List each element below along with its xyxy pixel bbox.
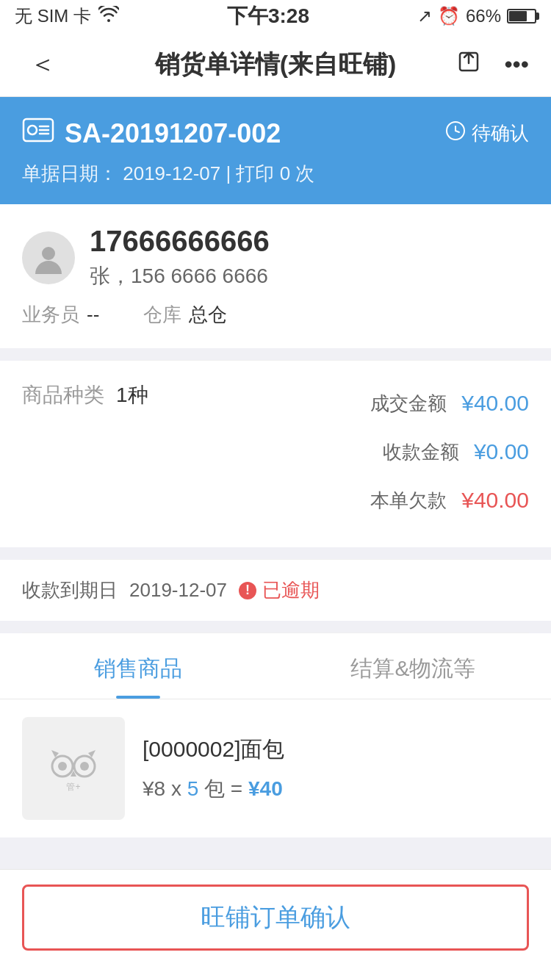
page-title: 销货单详情(来自旺铺)	[155, 48, 397, 82]
overdue-badge: ! 已逾期	[239, 577, 320, 603]
location-icon: ↗	[417, 6, 432, 26]
status-bar-right: ↗ ⏰ 66%	[417, 6, 536, 26]
customer-card: 17666666666 张，156 6666 6666 业务员 -- 仓库 总仓	[0, 204, 551, 348]
customer-name: 张，156 6666 6666	[90, 262, 270, 290]
product-item: 管+ [0000002]面包 ¥8 x 5 包 = ¥40	[22, 717, 529, 820]
amount-summary: 成交金额 ¥40.00 收款金额 ¥0.00 本单欠款 ¥40.00	[370, 381, 529, 527]
status-bar-time: 下午3:28	[227, 2, 309, 30]
svg-line-8	[455, 131, 459, 132]
nav-bar: ＜ 销货单详情(来自旺铺) •••	[0, 32, 551, 97]
svg-point-12	[58, 762, 67, 771]
confirm-order-button[interactable]: 旺铺订单确认	[22, 884, 529, 951]
svg-point-2	[28, 126, 37, 134]
tab-settlement[interactable]: 结算&物流等	[276, 633, 551, 699]
customer-info: 17666666666 张，156 6666 6666	[90, 225, 270, 290]
order-id: SA-20191207-002	[22, 118, 281, 149]
carrier-label: 无 SIM 卡	[15, 4, 91, 28]
status-text: 待确认	[472, 120, 529, 146]
battery-label: 66%	[466, 6, 501, 26]
bottom-bar: 旺铺订单确认	[0, 869, 551, 980]
product-info: [0000002]面包 ¥8 x 5 包 = ¥40	[143, 735, 529, 803]
order-status: 待确认	[445, 120, 529, 146]
customer-meta: 业务员 -- 仓库 总仓	[22, 302, 529, 328]
due-date-card: 收款到期日 2019-12-07 ! 已逾期	[0, 560, 551, 621]
product-type: 商品种类 1种	[22, 381, 148, 409]
product-name: [0000002]面包	[143, 735, 529, 765]
alarm-icon: ⏰	[438, 6, 460, 26]
tab-sales-products[interactable]: 销售商品	[0, 633, 276, 699]
back-button[interactable]: ＜	[22, 39, 63, 90]
summary-card: 商品种类 1种 成交金额 ¥40.00 收款金额 ¥0.00 本单欠款 ¥40.…	[0, 361, 551, 547]
overdue-text: 已逾期	[262, 577, 320, 603]
due-date-value: 2019-12-07	[129, 579, 227, 602]
due-date-label: 收款到期日	[22, 577, 118, 603]
product-list: 管+ [0000002]面包 ¥8 x 5 包 = ¥40	[0, 699, 551, 837]
battery-icon	[507, 9, 536, 24]
tabs-header: 销售商品 结算&物流等	[0, 633, 551, 699]
status-bar: 无 SIM 卡 下午3:28 ↗ ⏰ 66%	[0, 0, 551, 32]
amount-row-1: 成交金额 ¥40.00	[370, 381, 529, 425]
order-header: SA-20191207-002 待确认 单据日期： 2019-12-07 | 打…	[0, 97, 551, 204]
tabs-section: 销售商品 结算&物流等 管+	[0, 633, 551, 837]
clock-icon	[445, 120, 466, 146]
warehouse: 仓库 总仓	[143, 302, 227, 328]
share-button[interactable]	[455, 48, 482, 81]
product-price-line: ¥8 x 5 包 = ¥40	[143, 775, 529, 803]
order-id-text: SA-20191207-002	[65, 118, 281, 149]
sales-person: 业务员 --	[22, 302, 99, 328]
customer-phone: 17666666666	[90, 225, 270, 258]
more-button[interactable]: •••	[504, 51, 529, 78]
wifi-icon	[98, 6, 119, 26]
status-bar-left: 无 SIM 卡	[15, 4, 119, 28]
svg-text:管+: 管+	[66, 782, 80, 792]
svg-point-9	[42, 247, 55, 260]
svg-point-13	[80, 762, 89, 771]
avatar	[22, 231, 75, 284]
nav-actions: •••	[455, 48, 529, 81]
amount-row-3: 本单欠款 ¥40.00	[370, 478, 529, 522]
product-image: 管+	[22, 717, 125, 820]
order-icon	[22, 118, 54, 149]
overdue-icon: !	[239, 582, 256, 599]
amount-row-2: 收款金额 ¥0.00	[370, 430, 529, 474]
order-date: 单据日期： 2019-12-07 | 打印 0 次	[22, 161, 529, 187]
